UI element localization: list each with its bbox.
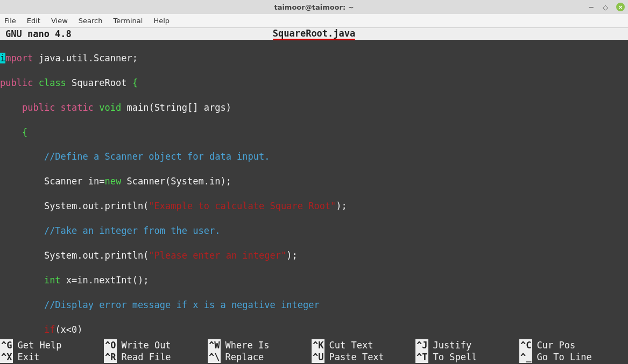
- shortcut-go-to-line[interactable]: ^_Go To Line: [519, 351, 616, 363]
- menu-view[interactable]: View: [51, 17, 68, 25]
- shortcut-get-help[interactable]: ^GGet Help: [0, 339, 104, 351]
- cursor: i: [0, 53, 5, 63]
- code-line: int x=in.nextInt();: [0, 274, 628, 287]
- window-title: taimoor@taimoor: ~: [0, 3, 628, 11]
- code-line: if(x<0): [0, 324, 628, 333]
- maximize-icon[interactable]: ◇: [602, 4, 609, 10]
- shortcut-row: ^XExit ^RRead File ^\Replace ^UPaste Tex…: [0, 351, 628, 363]
- shortcut-cut-text[interactable]: ^KCut Text: [312, 339, 415, 351]
- code-line: import java.util.Scanner;: [0, 52, 628, 65]
- shortcut-read-file[interactable]: ^RRead File: [104, 351, 208, 363]
- nano-filename: SquareRoot.java: [0, 28, 628, 40]
- window-titlebar: taimoor@taimoor: ~ − ◇ ×: [0, 0, 628, 14]
- code-line: {: [0, 126, 628, 139]
- shortcut-to-spell[interactable]: ^TTo Spell: [415, 351, 519, 363]
- code-line: Scanner in=new Scanner(System.in);: [0, 175, 628, 188]
- code-line: //Define a Scanner object for data input…: [0, 151, 628, 163]
- menubar: File Edit View Search Terminal Help: [0, 14, 628, 28]
- menu-file[interactable]: File: [4, 17, 16, 25]
- shortcut-paste-text[interactable]: ^UPaste Text: [312, 351, 415, 363]
- shortcut-replace[interactable]: ^\Replace: [208, 351, 312, 363]
- code-line: System.out.println("Example to calculate…: [0, 200, 628, 212]
- nano-filename-text: SquareRoot.java: [273, 28, 356, 40]
- shortcut-write-out[interactable]: ^OWrite Out: [104, 339, 208, 351]
- shortcut-row: ^GGet Help ^OWrite Out ^WWhere Is ^KCut …: [0, 339, 628, 351]
- minimize-icon[interactable]: −: [588, 4, 595, 10]
- nano-shortcut-bar: ^GGet Help ^OWrite Out ^WWhere Is ^KCut …: [0, 339, 628, 364]
- nano-header: GNU nano 4.8 SquareRoot.java: [0, 28, 628, 40]
- shortcut-cur-pos[interactable]: ^CCur Pos: [519, 339, 616, 351]
- menu-search[interactable]: Search: [79, 17, 103, 25]
- shortcut-justify[interactable]: ^JJustify: [415, 339, 519, 351]
- menu-help[interactable]: Help: [153, 17, 170, 25]
- code-line: //Take an integer from the user.: [0, 225, 628, 237]
- code-line: System.out.println("Please enter an inte…: [0, 249, 628, 262]
- window-controls: − ◇ ×: [588, 0, 625, 14]
- code-line: //Display error message if x is a negati…: [0, 299, 628, 311]
- menu-terminal[interactable]: Terminal: [113, 17, 143, 25]
- code-line: public static void main(String[] args): [0, 102, 628, 114]
- close-icon[interactable]: ×: [616, 3, 625, 11]
- shortcut-where-is[interactable]: ^WWhere Is: [208, 339, 312, 351]
- shortcut-exit[interactable]: ^XExit: [0, 351, 104, 363]
- editor-area[interactable]: import java.util.Scanner; public class S…: [0, 40, 628, 333]
- code-line: public class SquareRoot {: [0, 77, 628, 89]
- menu-edit[interactable]: Edit: [27, 17, 40, 25]
